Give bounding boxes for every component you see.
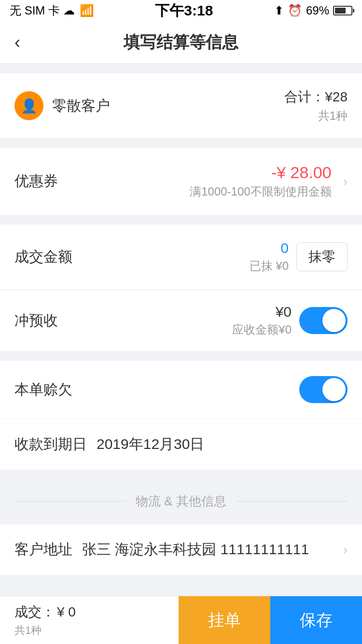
logistics-title: 物流 & 其他信息 [136, 493, 226, 510]
wifi-icon: 📶 [80, 4, 94, 17]
footer-count: 共1种 [14, 623, 164, 638]
transaction-section: 成交金额 0 已抹 ¥0 抹零 冲预收 ¥0 应收金额¥0 [0, 224, 362, 351]
page-title: 填写结算等信息 [124, 31, 238, 54]
divider-3 [0, 351, 362, 361]
debt-toggle-knob [322, 378, 346, 401]
debt-toggle[interactable] [299, 376, 348, 403]
hold-button-label: 挂单 [208, 609, 241, 631]
status-bar-left: 无 SIM 卡 ☁ 📶 [10, 3, 94, 18]
address-label: 客户地址 [14, 540, 72, 560]
customer-count: 共1种 [284, 108, 348, 124]
due-date-label: 收款到期日 [14, 434, 87, 454]
divider-1 [0, 138, 362, 148]
deal-amount-subtext: 已抹 ¥0 [250, 258, 289, 274]
debt-label: 本单赊欠 [14, 380, 72, 400]
customer-row: 👤 零散客户 合计：¥28 共1种 [0, 73, 362, 138]
alarm-icon: ⏰ [288, 4, 302, 17]
coupon-label: 优惠券 [14, 171, 58, 191]
footer-info: 成交： ¥ 0 共1种 [0, 596, 179, 644]
logistics-line-right [236, 501, 348, 502]
debt-section: 本单赊欠 收款到期日 2019年12月30日 [0, 361, 362, 470]
status-bar: 无 SIM 卡 ☁ 📶 下午3:18 ⬆ ⏰ 69% [0, 0, 362, 21]
deal-amount-right: 0 已抹 ¥0 抹零 [250, 240, 348, 274]
footer-deal-amount: ¥ 0 [57, 604, 76, 620]
back-button[interactable]: ‹ [14, 32, 20, 53]
address-section: 客户地址 张三 海淀永丰科技园 11111111111 › [0, 524, 362, 575]
coupon-right: -¥ 28.00 满1000-100不限制使用金额 › [190, 163, 348, 199]
customer-right: 合计：¥28 共1种 [284, 88, 348, 124]
battery-icon [333, 6, 352, 15]
toggle-knob [322, 309, 346, 332]
customer-avatar: 👤 [14, 91, 43, 120]
prepayment-value: ¥0 [232, 304, 292, 320]
address-chevron-icon: › [343, 542, 348, 558]
divider-4 [0, 470, 362, 479]
hold-button[interactable]: 挂单 [179, 596, 270, 644]
coupon-subtext: 满1000-100不限制使用金额 [190, 184, 331, 199]
prepayment-subtext: 应收金额¥0 [232, 322, 292, 337]
status-bar-right: ⬆ ⏰ 69% [274, 4, 352, 17]
footer-deal-row: 成交： ¥ 0 [14, 603, 164, 621]
prepayment-left: 冲预收 [14, 311, 58, 331]
round-button[interactable]: 抹零 [296, 242, 348, 271]
coupon-section: 优惠券 -¥ 28.00 满1000-100不限制使用金额 › [0, 148, 362, 215]
deal-amount-value: 0 [250, 240, 289, 256]
coupon-value: -¥ 28.00 [190, 163, 331, 182]
address-row[interactable]: 客户地址 张三 海淀永丰科技园 11111111111 › [0, 524, 362, 575]
customer-left: 👤 零散客户 [14, 91, 110, 120]
status-bar-time: 下午3:18 [155, 1, 213, 21]
logistics-header: 物流 & 其他信息 [0, 479, 362, 523]
save-button[interactable]: 保存 [270, 596, 362, 644]
due-date-value: 2019年12月30日 [97, 434, 204, 454]
logistics-line-left [14, 501, 126, 502]
logistics-title-wrap: 物流 & 其他信息 [14, 493, 348, 510]
prepayment-toggle[interactable] [299, 307, 348, 334]
location-icon: ⬆ [274, 4, 284, 17]
deal-amount-row: 成交金额 0 已抹 ¥0 抹零 [0, 224, 362, 290]
prepayment-right: ¥0 应收金额¥0 [232, 304, 348, 337]
nav-bar: ‹ 填写结算等信息 [0, 21, 362, 64]
prepayment-label: 冲预收 [14, 311, 58, 331]
no-sim-label: 无 SIM 卡 ☁ [10, 3, 75, 18]
prepayment-row: 冲预收 ¥0 应收金额¥0 [0, 290, 362, 351]
customer-total: 合计：¥28 [284, 88, 348, 106]
customer-name: 零散客户 [52, 96, 110, 116]
address-value: 张三 海淀永丰科技园 11111111111 [82, 540, 339, 560]
footer: 成交： ¥ 0 共1种 挂单 保存 [0, 596, 362, 644]
debt-row: 本单赊欠 [0, 361, 362, 419]
footer-deal-label: 成交： [14, 603, 55, 621]
deal-amount-label: 成交金额 [14, 247, 72, 267]
save-button-label: 保存 [300, 609, 333, 631]
coupon-row[interactable]: 优惠券 -¥ 28.00 满1000-100不限制使用金额 › [0, 148, 362, 215]
due-date-row: 收款到期日 2019年12月30日 [0, 419, 362, 470]
avatar-icon: 👤 [21, 98, 38, 114]
battery-percent: 69% [306, 4, 329, 17]
coupon-chevron-icon: › [343, 174, 348, 189]
divider-2 [0, 215, 362, 224]
